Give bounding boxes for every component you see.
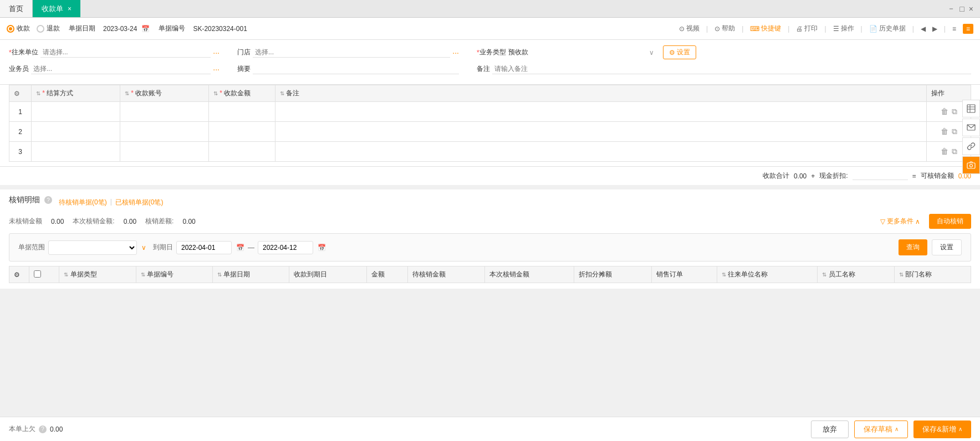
- video-btn[interactable]: ⊙ 视频: [679, 24, 700, 33]
- radio-receipt[interactable]: 收款: [7, 24, 30, 33]
- amount-cell-3[interactable]: [209, 142, 275, 162]
- col-header-gear: ⚙: [9, 85, 32, 102]
- due-date-from-input[interactable]: [176, 241, 232, 254]
- due-date-to-input[interactable]: [258, 241, 313, 254]
- summary-input[interactable]: [253, 64, 459, 74]
- done-tab-link[interactable]: 已核销单据(0笔): [115, 198, 164, 207]
- doc-no-value: SK-20230324-001: [193, 25, 247, 33]
- tab-home-label: 首页: [9, 4, 23, 14]
- settle-cell-3[interactable]: [32, 142, 120, 162]
- sidebar-table-icon[interactable]: [962, 100, 980, 117]
- svg-rect-5: [967, 163, 975, 168]
- layout-btn[interactable]: ≡: [952, 25, 956, 33]
- remark-cell-1[interactable]: [275, 102, 927, 122]
- copy-row-2-icon[interactable]: ⧉: [952, 127, 957, 136]
- pending-tab-link[interactable]: 待核销单据(0笔): [59, 198, 107, 207]
- copy-row-1-icon[interactable]: ⧉: [952, 107, 957, 116]
- discount-input[interactable]: [853, 172, 908, 180]
- svg-point-6: [970, 165, 973, 167]
- date-from-cal-icon[interactable]: 📅: [236, 244, 244, 252]
- filter-icon: ▽: [880, 218, 885, 225]
- date-to-cal-icon[interactable]: 📅: [318, 244, 326, 252]
- doc-range-select[interactable]: [48, 240, 137, 255]
- biz-type-arrow[interactable]: ∨: [649, 49, 654, 57]
- delete-row-2-icon[interactable]: 🗑: [941, 127, 948, 136]
- delete-row-3-icon[interactable]: 🗑: [941, 147, 948, 156]
- shortcut-icon: ⌨: [750, 25, 759, 33]
- operation-btn[interactable]: ☰ 操作: [833, 24, 854, 33]
- account-cell-3[interactable]: [120, 142, 209, 162]
- account-cell-2[interactable]: [120, 122, 209, 142]
- radio-receipt-circle: [7, 25, 14, 33]
- table-gear-icon[interactable]: ⚙: [14, 90, 20, 98]
- nav-next-btn[interactable]: ▶: [932, 25, 937, 33]
- account-cell-1[interactable]: [120, 102, 209, 122]
- auto-hexiao-btn[interactable]: 自动核销: [929, 214, 971, 229]
- sidebar-link-icon[interactable]: [962, 137, 980, 155]
- staff-input[interactable]: [31, 64, 211, 74]
- history-btn[interactable]: 📄 历史单据: [869, 24, 906, 33]
- print-btn[interactable]: 🖨 打印: [796, 24, 818, 33]
- right-sidebar: [962, 100, 980, 174]
- hexiao-info-icon[interactable]: ?: [44, 196, 52, 204]
- copy-row-3-icon[interactable]: ⧉: [952, 147, 957, 156]
- select-all-checkbox[interactable]: [34, 270, 41, 278]
- delete-row-1-icon[interactable]: 🗑: [941, 107, 948, 116]
- shop-input[interactable]: [253, 47, 450, 58]
- partner-more-icon[interactable]: ···: [213, 48, 220, 57]
- sidebar-camera-icon[interactable]: [962, 156, 980, 174]
- shop-more-icon[interactable]: ···: [452, 48, 459, 57]
- col-header-doc-no: ⇅ 单据编号: [136, 266, 212, 283]
- staff-more-icon[interactable]: ···: [213, 65, 220, 74]
- query-btn[interactable]: 查询: [899, 239, 927, 255]
- section-gap: [0, 185, 980, 189]
- tab-close-icon[interactable]: ×: [68, 5, 72, 13]
- tab-active[interactable]: 收款单 ×: [33, 0, 80, 17]
- remark-cell-2[interactable]: [275, 122, 927, 142]
- tab-home[interactable]: 首页: [0, 0, 33, 17]
- color-btn[interactable]: ≡: [963, 24, 973, 34]
- radio-refund[interactable]: 退款: [37, 24, 60, 33]
- shop-label: 门店: [237, 48, 251, 57]
- calendar-icon[interactable]: 📅: [141, 25, 150, 33]
- summary-row: 收款合计 0.00 + 现金折扣: = 可核销金额 0.00: [0, 166, 980, 185]
- form-area: * 往来单位 ··· 门店 ··· * 业务类型 预收款 ∨: [0, 40, 980, 85]
- shortcut-btn[interactable]: ⌨ 快捷键: [750, 24, 781, 33]
- table-row: 3 🗑 ⧉: [9, 142, 971, 162]
- remark-input[interactable]: [492, 64, 971, 74]
- form-row-1: * 往来单位 ··· 门店 ··· * 业务类型 预收款 ∨: [9, 45, 971, 59]
- col-header-dept: ⇅ 部门名称: [894, 266, 971, 283]
- more-conditions-btn[interactable]: ▽ 更多条件 ∧: [880, 217, 920, 226]
- table-gear-2-icon[interactable]: ⚙: [14, 271, 20, 279]
- settle-cell-1[interactable]: [32, 102, 120, 122]
- amount-cell-2[interactable]: [209, 122, 275, 142]
- doc-no-field: 单据编号 SK-20230324-001: [159, 24, 247, 33]
- window-restore-icon[interactable]: □: [959, 4, 964, 13]
- sidebar-mail-icon[interactable]: [962, 119, 980, 136]
- help-btn[interactable]: ⊙ 帮助: [714, 24, 735, 33]
- query-settings-btn[interactable]: 设置: [932, 239, 962, 255]
- toolbar-actions: ⊙ 视频 | ⊙ 帮助 | ⌨ 快捷键 | 🖨 打印 | ☰ 操作 | 📄 历史…: [679, 24, 973, 34]
- abandon-btn[interactable]: 放弃: [811, 421, 849, 438]
- window-close-icon[interactable]: ×: [969, 4, 973, 13]
- tab-bar: 首页 收款单 × － □ ×: [0, 0, 980, 18]
- amount-cell-1[interactable]: [209, 102, 275, 122]
- window-controls: － □ ×: [947, 4, 980, 14]
- settle-cell-2[interactable]: [32, 122, 120, 142]
- history-label: 历史单据: [879, 24, 906, 33]
- nav-prev-btn[interactable]: ◀: [921, 25, 926, 33]
- partner-input[interactable]: [40, 47, 211, 58]
- doc-range-dropdown-icon[interactable]: ∨: [141, 244, 146, 252]
- col-header-doc-type: ⇅ 单据类型: [59, 266, 136, 283]
- radio-refund-circle: [37, 25, 44, 33]
- radio-refund-label: 退款: [47, 24, 60, 33]
- col-header-amount: 金额: [366, 266, 407, 283]
- footer-info-icon[interactable]: ?: [39, 425, 47, 433]
- save-new-btn[interactable]: 保存&新增 ∧: [913, 421, 971, 438]
- save-draft-btn[interactable]: 保存草稿 ∧: [854, 421, 908, 438]
- window-minimize-icon[interactable]: －: [947, 4, 955, 14]
- col-header-check: ⚙: [9, 266, 29, 283]
- remark-cell-3[interactable]: [275, 142, 927, 162]
- form-settings-btn[interactable]: ⚙ 设置: [663, 45, 696, 59]
- settings-label: 设置: [677, 48, 690, 57]
